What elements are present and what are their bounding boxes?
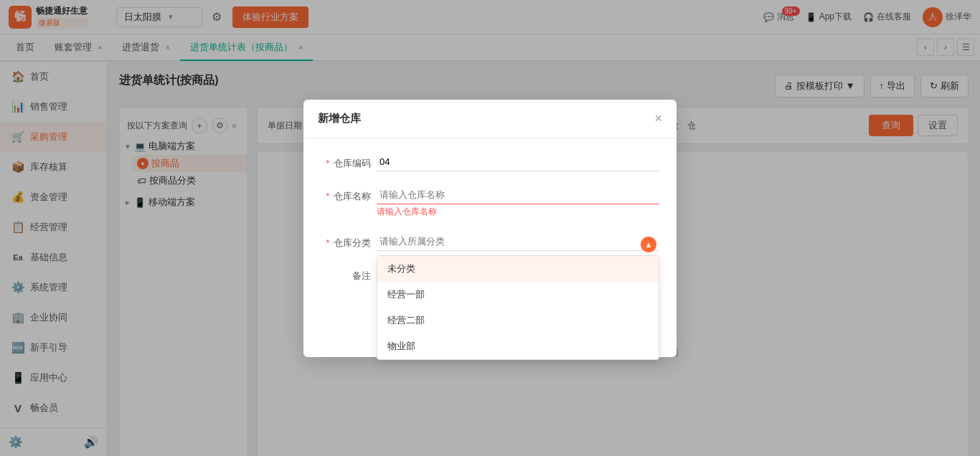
category-dropdown: 未分类 经营一部 经营二部 物业部 [377, 255, 659, 360]
dropdown-item-ops1[interactable]: 经营一部 [377, 282, 659, 308]
warehouse-category-row: * 仓库分类 ▲ 未分类 经营一部 经营二部 物业部 [321, 232, 659, 251]
modal-overlay[interactable]: 新增仓库 × * 仓库编码 * 仓库名称 请输入仓库名称 [0, 0, 980, 456]
category-chevron-icon[interactable]: ▲ [641, 237, 656, 252]
add-warehouse-modal: 新增仓库 × * 仓库编码 * 仓库名称 请输入仓库名称 [303, 100, 677, 357]
warehouse-name-input[interactable] [377, 186, 659, 204]
warehouse-code-row: * 仓库编码 [321, 153, 659, 171]
name-error-text: 请输入仓库名称 [377, 206, 659, 218]
name-input-wrap: 请输入仓库名称 [377, 186, 659, 218]
modal-title: 新增仓库 [318, 112, 361, 125]
modal-close-button[interactable]: × [654, 111, 662, 126]
category-label: * 仓库分类 [321, 232, 371, 250]
modal-header: 新增仓库 × [303, 100, 677, 138]
code-label: * 仓库编码 [321, 153, 371, 170]
warehouse-name-row: * 仓库名称 请输入仓库名称 [321, 186, 659, 218]
warehouse-code-input[interactable] [377, 153, 659, 171]
dropdown-item-property[interactable]: 物业部 [377, 333, 659, 359]
category-select-wrap: ▲ 未分类 经营一部 经营二部 物业部 [377, 232, 659, 251]
notes-label: 备注 [321, 265, 371, 282]
category-input[interactable] [377, 232, 659, 251]
dropdown-item-none[interactable]: 未分类 [377, 256, 659, 282]
modal-body: * 仓库编码 * 仓库名称 请输入仓库名称 * [303, 138, 677, 315]
dropdown-item-ops2[interactable]: 经营二部 [377, 308, 659, 333]
name-label: * 仓库名称 [321, 186, 371, 203]
